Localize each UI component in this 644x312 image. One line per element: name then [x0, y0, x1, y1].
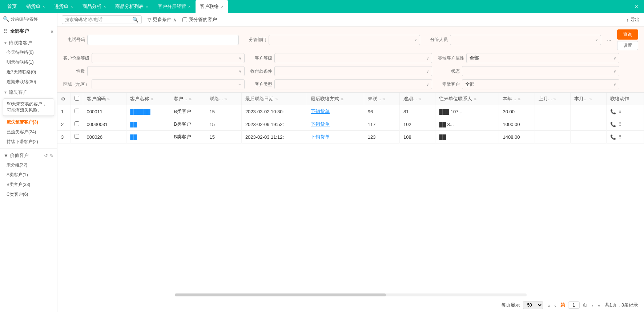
th-checkbox[interactable]: [71, 93, 83, 105]
sidebar-root-label[interactable]: 全部客户: [10, 28, 29, 35]
nav-tab-customer-tier[interactable]: 客户分层经营 ×: [153, 0, 195, 13]
filter-phone-input[interactable]: [87, 35, 239, 45]
row1-more-icon[interactable]: ⠿: [618, 109, 622, 114]
table-settings-icon[interactable]: ⚙: [61, 96, 65, 102]
contact-person-sort-icon[interactable]: ⇅: [474, 97, 476, 101]
sidebar-search-input[interactable]: [11, 16, 54, 21]
this-month-sort-icon[interactable]: ⇅: [589, 97, 592, 101]
pending-arrow-icon: ▼: [4, 41, 7, 45]
filter-grade-label: 客户等级: [250, 55, 272, 61]
row1-name[interactable]: ██████: [126, 105, 170, 118]
refresh-icon[interactable]: ↺: [44, 153, 48, 158]
last-date-sort-icon[interactable]: ⇅: [275, 97, 278, 101]
sidebar-item-class-b[interactable]: B类客户(33): [0, 180, 57, 190]
filter-region-select[interactable]: ···: [92, 79, 245, 89]
select-all-checkbox[interactable]: [75, 96, 79, 101]
window-close-button[interactable]: ×: [632, 2, 641, 11]
row1-checkbox[interactable]: [71, 105, 83, 118]
th-contact-count-label: 联络...: [210, 96, 223, 101]
per-page-select[interactable]: 50 100 200: [523, 301, 543, 309]
row2-phone-icon[interactable]: 📞: [610, 122, 616, 127]
close-analysis-icon[interactable]: ×: [104, 4, 106, 9]
sidebar-item-lost-warning[interactable]: 流失预警客户(3): [0, 117, 57, 127]
name-sort-icon[interactable]: ⇅: [150, 97, 153, 101]
filter-price-grade-select[interactable]: ∨: [92, 53, 245, 63]
close-analysis-list-icon[interactable]: ×: [146, 4, 148, 9]
row3-more-icon[interactable]: ⠿: [618, 134, 622, 140]
row1-check[interactable]: [75, 109, 79, 113]
nav-tab-customer-contact[interactable]: 客户联络 ×: [196, 0, 228, 13]
edit-icon[interactable]: ✎: [49, 153, 53, 158]
my-customers-checkbox[interactable]: [182, 17, 187, 22]
filter-person-select[interactable]: ∨: [450, 35, 601, 45]
sidebar-item-7days[interactable]: 近7天待联络(0): [0, 67, 57, 77]
row2-checkbox[interactable]: [71, 118, 83, 131]
search-input[interactable]: [65, 17, 131, 22]
row1-phone-icon[interactable]: 📞: [610, 109, 616, 114]
code-sort-icon[interactable]: ⇅: [107, 97, 110, 101]
sidebar-item-today[interactable]: 今天待联络(0): [0, 48, 57, 57]
next-page-button[interactable]: ›: [590, 302, 595, 309]
sidebar-item-already-lost[interactable]: 已流失客户(24): [0, 127, 57, 137]
query-button[interactable]: 查询: [617, 29, 638, 40]
nav-tab-sales[interactable]: 销货单 ×: [22, 0, 49, 13]
horizontal-scrollbar[interactable]: [57, 292, 644, 298]
sidebar-item-class-c[interactable]: C类客户(6): [0, 190, 57, 199]
unlisted-sort-icon[interactable]: ⇅: [382, 97, 385, 101]
close-sales-icon[interactable]: ×: [43, 4, 45, 9]
row1-last-method[interactable]: 下销货单: [307, 105, 364, 118]
filter-zero-customer-select[interactable]: 全部 ∨: [462, 79, 619, 89]
overdue-sort-icon[interactable]: ⇅: [418, 97, 421, 101]
settings-button[interactable]: 设置: [617, 41, 638, 50]
row3-last-method[interactable]: 下销货单: [307, 131, 364, 143]
filter-grade-select[interactable]: ∨: [274, 53, 432, 63]
search-button-icon[interactable]: 🔍: [132, 17, 138, 23]
row1-more-dots[interactable]: ···: [607, 37, 611, 43]
row3-name[interactable]: ██: [126, 131, 170, 143]
region-more-dots[interactable]: ···: [237, 81, 242, 87]
nav-tab-purchase[interactable]: 进货单 ×: [50, 0, 77, 13]
th-overdue-label: 逾期...: [403, 96, 417, 101]
contact-count-sort-icon[interactable]: ⇅: [224, 97, 227, 101]
nav-tab-analysis-list[interactable]: 商品分析列表 ×: [111, 0, 152, 13]
nav-tab-home[interactable]: 首页: [3, 0, 21, 13]
scrollbar-track[interactable]: [175, 293, 527, 296]
filter-dept-select[interactable]: ∨: [269, 35, 420, 45]
row2-more-icon[interactable]: ⠿: [618, 122, 622, 127]
row3-checkbox[interactable]: [71, 131, 83, 143]
last-method-sort-icon[interactable]: ⇅: [341, 97, 343, 101]
my-customers-checkbox-wrap[interactable]: 我分管的客户: [182, 16, 217, 23]
sidebar-item-overdue[interactable]: 逾期未联络(30): [0, 77, 57, 87]
type-sort-icon[interactable]: ⇅: [189, 97, 192, 101]
sidebar-item-declining[interactable]: 持续下滑客户(2): [0, 137, 57, 147]
row3-phone-icon[interactable]: 📞: [610, 134, 616, 140]
first-page-button[interactable]: «: [546, 302, 551, 309]
last-month-sort-icon[interactable]: ⇅: [553, 97, 556, 101]
page-number-input[interactable]: [568, 301, 580, 309]
filter-nature-select[interactable]: ∨: [87, 66, 245, 76]
filter-type-select[interactable]: ∨: [274, 79, 432, 89]
row3-seq: 3: [57, 131, 71, 143]
last-page-button[interactable]: »: [596, 302, 601, 309]
this-year-sort-icon[interactable]: ⇅: [518, 97, 520, 101]
close-customer-tier-icon[interactable]: ×: [188, 4, 190, 9]
nav-tab-analysis[interactable]: 商品分析 ×: [78, 0, 110, 13]
sidebar-item-tomorrow[interactable]: 明天待联络(1): [0, 57, 57, 67]
filter-more-button[interactable]: ▽ 更多条件 ∧: [145, 15, 180, 24]
row3-check[interactable]: [75, 134, 79, 139]
th-settings[interactable]: ⚙: [57, 93, 71, 105]
filter-status-select[interactable]: ∨: [462, 66, 619, 76]
sidebar-item-class-a[interactable]: A类客户(1): [0, 170, 57, 180]
close-customer-contact-icon[interactable]: ×: [221, 4, 223, 9]
scrollbar-thumb[interactable]: [175, 293, 386, 296]
close-purchase-icon[interactable]: ×: [71, 4, 73, 9]
prev-page-button[interactable]: ‹: [553, 302, 558, 309]
row2-check[interactable]: [75, 121, 79, 126]
filter-zero-attr-select[interactable]: 全部 ∨: [466, 53, 619, 63]
sidebar-item-ungrouped[interactable]: 未分组(32): [0, 160, 57, 170]
row2-name[interactable]: ██: [126, 118, 170, 131]
export-button[interactable]: ↑ 导出: [627, 16, 640, 23]
row2-last-method[interactable]: 下销货单: [307, 118, 364, 131]
filter-payment-select[interactable]: ∨: [274, 66, 432, 76]
sidebar-collapse-button[interactable]: «: [51, 28, 53, 34]
